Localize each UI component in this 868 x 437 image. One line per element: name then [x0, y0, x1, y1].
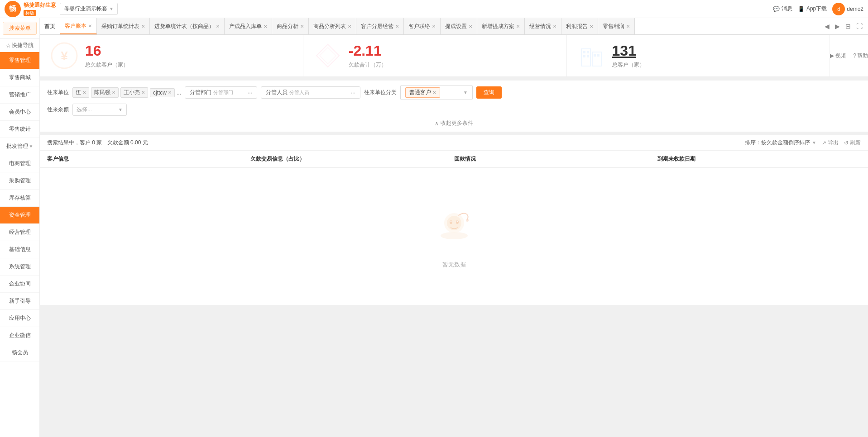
tab-profit-report[interactable]: 利润报告 ✕	[561, 18, 598, 34]
tab-customer-contact[interactable]: 客户联络 ✕	[404, 18, 441, 34]
message-button[interactable]: 💬 消息	[773, 5, 792, 13]
balance-select[interactable]: 选择... ▼	[72, 104, 127, 116]
dept-dropdown[interactable]: 分管部门 分管部门 ···	[185, 86, 257, 99]
tab-inbound-stats[interactable]: 进货单统计表（按商品） ✕	[150, 18, 225, 34]
tab-close-icon[interactable]: ✕	[216, 24, 220, 29]
sidebar-item-retail-mgmt[interactable]: 零售管理	[0, 52, 39, 69]
sidebar-item-purchase[interactable]: 采购管理	[0, 172, 39, 190]
svg-rect-9	[587, 55, 589, 57]
sidebar-item-ecommerce[interactable]: 电商管理	[0, 155, 39, 172]
tab-retail-profit[interactable]: 零售利润 ✕	[598, 18, 635, 34]
tab-close-icon[interactable]: ✕	[590, 24, 593, 29]
person-dropdown[interactable]: 分管人员 分管人员 ···	[261, 86, 360, 99]
results-bar: 搜索结果中，客户 0 家 欠款金额 0.00 元 排序：按欠款金额倒序排序 ▼ …	[40, 135, 868, 151]
tab-close-icon[interactable]: ✕	[141, 24, 145, 29]
balance-filter-label: 往来余额	[47, 106, 69, 114]
tab-close-icon[interactable]: ✕	[264, 24, 267, 29]
sidebar-item-wechat[interactable]: 企业微信	[0, 327, 39, 344]
tab-close-icon[interactable]: ✕	[300, 24, 304, 29]
svg-rect-7	[587, 51, 589, 53]
diamond-icon	[314, 42, 341, 69]
sidebar-item-system[interactable]: 系统管理	[0, 258, 39, 276]
svg-point-14	[447, 216, 461, 230]
tab-product-analysis[interactable]: 商品分析 ✕	[272, 18, 309, 34]
tag-close-chen[interactable]: ✕	[112, 90, 115, 95]
quick-nav-button[interactable]: ☆ 快捷导航	[0, 39, 39, 52]
tab-customer-ledger[interactable]: 客户账本 ✕	[60, 18, 97, 34]
building-icon	[578, 42, 605, 69]
tab-next-icon[interactable]: ▶	[833, 22, 842, 31]
export-button[interactable]: ↗ 导出	[822, 139, 839, 147]
svg-point-18	[456, 221, 458, 222]
filter-more-button[interactable]: ...	[177, 90, 181, 96]
sidebar-item-marketing[interactable]: 营销推广	[0, 86, 39, 104]
app-download-button[interactable]: 📱 App下载	[798, 5, 827, 13]
svg-text:¥: ¥	[61, 49, 68, 63]
tag-close-wang[interactable]: ✕	[141, 90, 145, 95]
sort-select[interactable]: 排序：按欠款金额倒序排序 ▼	[745, 139, 816, 147]
category-selected-tag: 普通客户 ✕	[405, 87, 440, 98]
sidebar-item-wholesale[interactable]: 批发管理 ▼	[0, 138, 39, 155]
account-selector[interactable]: 母婴行业演示帐套 ▼	[60, 3, 118, 15]
tab-commission-settings[interactable]: 提成设置 ✕	[441, 18, 477, 34]
user-menu[interactable]: d demo2	[832, 3, 863, 15]
filter-row-2: 往来余额 选择... ▼	[47, 104, 861, 116]
tab-menu-icon[interactable]: ⊟	[844, 22, 853, 31]
stat-info-total: 131 总客户（家）	[612, 43, 645, 69]
tab-close-icon[interactable]: ✕	[348, 24, 351, 29]
sidebar-item-retail-stats[interactable]: 零售统计	[0, 121, 39, 138]
stat-info-amount: -2.11 欠款合计（万）	[349, 43, 387, 69]
collapse-button[interactable]: ∧ 收起更多条件	[435, 119, 473, 127]
tab-close-icon[interactable]: ✕	[626, 24, 630, 29]
refresh-button[interactable]: ↺ 刷新	[844, 139, 861, 147]
search-menu-button[interactable]: 搜索菜单	[3, 22, 37, 35]
filter-area: 往来单位 伍 ✕ 陈民强 ✕ 王小亮 ✕	[40, 81, 868, 132]
svg-point-12	[441, 232, 468, 239]
tab-close-icon[interactable]: ✕	[432, 24, 436, 29]
table-area: 客户信息 欠款交易信息（占比） 回款情况 到期未收款日期	[40, 151, 868, 305]
stat-block-total-customers: 131 总客户（家）	[567, 35, 830, 76]
video-icon: ▶	[830, 52, 834, 59]
help-button[interactable]: ? 帮助	[853, 52, 868, 60]
svg-rect-11	[597, 54, 599, 57]
tab-product-inbound[interactable]: 产成品入库单 ✕	[225, 18, 272, 34]
sidebar-item-inventory[interactable]: 库存核算	[0, 190, 39, 207]
sidebar-item-finance[interactable]: 资金管理	[0, 207, 39, 224]
tab-business-status[interactable]: 经营情况 ✕	[525, 18, 561, 34]
chevron-down-icon: ▼	[463, 90, 468, 95]
sidebar-item-member-center[interactable]: 会员中心	[0, 104, 39, 121]
tab-close-icon[interactable]: ✕	[553, 24, 556, 29]
tab-expand-icon[interactable]: ⛶	[854, 22, 864, 31]
svg-rect-10	[594, 54, 596, 57]
tab-prev-icon[interactable]: ◀	[823, 22, 831, 31]
tab-close-icon[interactable]: ✕	[516, 24, 520, 29]
sidebar-item-enterprise[interactable]: 企业协同	[0, 276, 39, 293]
tab-product-analysis-list[interactable]: 商品分析列表 ✕	[309, 18, 356, 34]
tag-close-cjttcw[interactable]: ✕	[168, 90, 172, 95]
results-summary: 搜索结果中，客户 0 家 欠款金额 0.00 元	[47, 139, 148, 147]
sidebar-item-operation[interactable]: 经营管理	[0, 224, 39, 241]
tab-close-icon[interactable]: ✕	[469, 24, 472, 29]
content-area: 首页 客户账本 ✕ 采购订单统计表 ✕ 进货单统计表（按商品） ✕ 产成品入库单…	[40, 18, 868, 437]
query-button[interactable]: 查询	[476, 86, 502, 99]
logo-text: 畅捷通好生意 标版	[24, 1, 56, 16]
tab-close-icon[interactable]: ✕	[88, 24, 92, 28]
tag-close-wu[interactable]: ✕	[82, 90, 86, 95]
stats-row: ¥ 16 总欠款客户（家）	[40, 35, 868, 77]
tab-customer-tier[interactable]: 客户分层经营 ✕	[356, 18, 404, 34]
sidebar-item-newbie[interactable]: 新手引导	[0, 293, 39, 310]
tag-close-category[interactable]: ✕	[432, 90, 436, 95]
sidebar-item-retail-mall[interactable]: 零售商城	[0, 69, 39, 86]
category-dropdown[interactable]: 普通客户 ✕ ▼	[400, 85, 473, 100]
sidebar-item-app-center[interactable]: 应用中心	[0, 310, 39, 327]
sidebar-item-member[interactable]: 畅会员	[0, 344, 39, 361]
message-icon: 💬	[773, 6, 780, 12]
sidebar-item-basic-info[interactable]: 基础信息	[0, 241, 39, 258]
tab-close-icon[interactable]: ✕	[395, 24, 399, 29]
tab-home[interactable]: 首页	[40, 18, 60, 34]
chevron-down-icon: ▼	[29, 144, 34, 149]
video-help-button[interactable]: ▶ 视频	[830, 52, 846, 60]
tab-purchase-order[interactable]: 采购订单统计表 ✕	[97, 18, 150, 34]
tab-new-commission[interactable]: 新增提成方案 ✕	[477, 18, 525, 34]
chevron-up-icon: ∧	[435, 120, 439, 127]
